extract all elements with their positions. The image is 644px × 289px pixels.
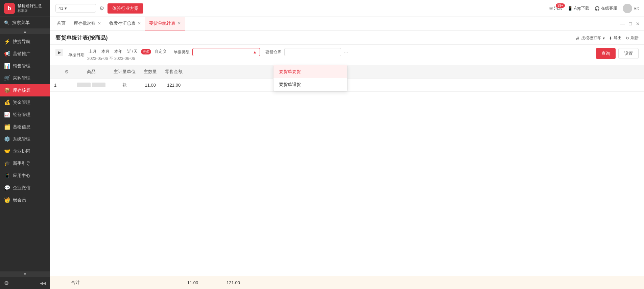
tab-receive-summary[interactable]: 收发存汇总表 ✕	[105, 17, 145, 30]
sidebar-item-label: 营销推广	[13, 51, 46, 57]
sidebar-bottom: ⚙ ◀◀	[0, 277, 50, 289]
filter-bar: ▶ 单据日期 上月 本月 本年 近7天 更多 自定义 2023-05-06	[50, 45, 644, 65]
filter-more-icon[interactable]: ···	[344, 49, 348, 55]
settings-bottom-icon[interactable]: ⚙	[4, 280, 9, 286]
chevron-down-icon: ▾	[65, 6, 67, 11]
sidebar-item-label: 销售管理	[13, 63, 46, 69]
sidebar-scroll-down[interactable]: ▼	[0, 271, 50, 277]
refresh-btn[interactable]: ↻ 刷新	[626, 35, 639, 41]
sidebar-item-label: 企业微信	[13, 185, 46, 191]
sidebar: b 畅捷通好生意 标准版 🔍 搜索菜单 ▲ ⚡ 快捷导航 📢 营销推广 📊 销售…	[0, 0, 50, 289]
date-filter-label: 单据日期	[68, 52, 85, 58]
date-more-badge[interactable]: 更多	[141, 49, 151, 54]
column-settings-icon[interactable]: ⚙	[65, 69, 69, 74]
date-btn-last-month[interactable]: 上月	[87, 48, 98, 55]
type-filter-arrow-icon: ▲	[253, 50, 257, 54]
filter-expand-btn[interactable]: ▶	[55, 49, 63, 56]
tabs-bar: 首页 库存批次账 ✕ 收发存汇总表 ✕ 要货单统计表 ✕ — □ ✕	[50, 17, 644, 30]
sidebar-item-quick-nav[interactable]: ⚡ 快捷导航	[0, 36, 50, 48]
sidebar-item-finance[interactable]: 💰 资金管理	[0, 96, 50, 109]
cell-amount: 121.00	[161, 79, 187, 92]
sidebar-item-basic[interactable]: 🗂️ 基础信息	[0, 121, 50, 133]
sidebar-item-system[interactable]: ⚙️ 系统管理	[0, 133, 50, 145]
sidebar-search[interactable]: 🔍 搜索菜单	[0, 17, 50, 29]
export-btn[interactable]: ⬇ 导出	[609, 35, 622, 41]
date-filter-group: 单据日期 上月 本月 本年 近7天 更多 自定义 2023-05-06 至 20…	[68, 48, 168, 62]
footer-total-label: 合计	[71, 280, 80, 285]
tab-maximize-btn[interactable]: □	[628, 20, 633, 28]
tab-home-label: 首页	[57, 20, 66, 26]
avatar	[623, 4, 632, 13]
trial-btn[interactable]: 体验行业方案	[108, 3, 143, 14]
topbar-settings-icon[interactable]: ⚙	[99, 5, 104, 12]
print-arrow-icon: ▾	[603, 36, 605, 41]
page-header: 要货单统计表(按商品) 🖨 按模板打印 ▾ ⬇ 导出 ↻ 刷新	[50, 30, 644, 45]
warehouse-filter-input[interactable]	[284, 48, 341, 56]
online-service-label: 在线客服	[601, 5, 617, 11]
sidebar-item-inventory[interactable]: 📦 库存核算	[0, 84, 50, 96]
user-avatar-btn[interactable]: Rit	[623, 4, 639, 13]
app-download-btn[interactable]: 📱 App下载	[568, 5, 589, 11]
cooperation-icon: 🤝	[4, 148, 10, 154]
inventory-icon: 📦	[4, 87, 10, 93]
tab-inventory-batch[interactable]: 库存批次账 ✕	[70, 17, 105, 30]
sidebar-item-sales[interactable]: 📊 销售管理	[0, 60, 50, 72]
tab-receive-summary-close[interactable]: ✕	[138, 21, 141, 26]
product-placeholder-1	[77, 83, 91, 87]
sidebar-item-label: 基础信息	[13, 124, 46, 130]
dropdown-item-purchase-order[interactable]: 要货单要货	[273, 65, 347, 78]
tab-close-all-btn[interactable]: ✕	[635, 20, 641, 28]
type-dropdown: 要货单要货 要货单退货	[273, 65, 348, 91]
content-area: 要货单统计表(按商品) 🖨 按模板打印 ▾ ⬇ 导出 ↻ 刷新	[50, 30, 644, 289]
sidebar-scroll-up[interactable]: ▲	[0, 29, 50, 34]
dropdown-item-purchase-return[interactable]: 要货单退货	[273, 78, 347, 91]
sidebar-item-member[interactable]: 👑 畅会员	[0, 194, 50, 206]
quick-nav-icon: ⚡	[4, 39, 10, 45]
message-btn[interactable]: ✉ 消息 99+	[549, 5, 562, 11]
date-btn-this-year[interactable]: 本年	[113, 48, 124, 55]
filter-settings-btn[interactable]: 设置	[618, 48, 639, 59]
company-selector[interactable]: 41 ▾	[55, 4, 96, 13]
print-icon: 🖨	[576, 36, 580, 41]
refresh-icon: ↻	[626, 36, 629, 41]
date-btn-this-month[interactable]: 本月	[100, 48, 111, 55]
tab-request-summary-close[interactable]: ✕	[177, 21, 181, 26]
sidebar-logo: b 畅捷通好生意 标准版	[0, 0, 50, 17]
sidebar-item-purchase[interactable]: 🛒 采购管理	[0, 72, 50, 84]
tab-request-summary[interactable]: 要货单统计表 ✕	[145, 17, 185, 30]
cell-quantity: 11.00	[140, 79, 161, 92]
sidebar-item-cooperation[interactable]: 🤝 企业协同	[0, 145, 50, 157]
date-range-display: 2023-05-06 至 2023-06-06	[87, 56, 168, 62]
sidebar-item-guide[interactable]: 🎓 新手引导	[0, 157, 50, 170]
sidebar-item-marketing[interactable]: 📢 营销推广	[0, 48, 50, 60]
operation-icon: 📈	[4, 112, 10, 118]
table-wrapper: ⚙ 商品 主计量单位 主数量 零售金额 1	[50, 65, 644, 276]
member-icon: 👑	[4, 197, 10, 203]
sidebar-item-operation[interactable]: 📈 经营管理	[0, 109, 50, 121]
sidebar-item-wechat[interactable]: 💬 企业微信	[0, 182, 50, 194]
date-btn-7days[interactable]: 近7天	[126, 48, 139, 55]
date-btn-custom[interactable]: 自定义	[153, 48, 168, 55]
col-header-settings[interactable]: ⚙	[61, 65, 73, 79]
query-btn[interactable]: 查询	[596, 48, 616, 59]
sidebar-collapse-btn[interactable]: ◀◀	[40, 281, 46, 286]
col-header-unit: 主计量单位	[110, 65, 140, 79]
sidebar-item-appstore[interactable]: 📱 应用中心	[0, 170, 50, 182]
col-header-amount: 零售金额	[161, 65, 187, 79]
finance-icon: 💰	[4, 99, 10, 106]
topbar-right: ✉ 消息 99+ 📱 App下载 🎧 在线客服 Rit	[549, 4, 639, 13]
sidebar-item-label: 快捷导航	[13, 39, 46, 45]
online-service-btn[interactable]: 🎧 在线客服	[595, 5, 617, 11]
tab-request-summary-label: 要货单统计表	[149, 20, 175, 26]
page-actions: 🖨 按模板打印 ▾ ⬇ 导出 ↻ 刷新	[576, 35, 639, 41]
sidebar-item-label: 畅会员	[13, 197, 46, 203]
brand-name: 畅捷通好生意	[18, 3, 42, 9]
tab-home[interactable]: 首页	[53, 17, 70, 30]
cell-settings	[61, 79, 73, 92]
type-filter-select[interactable]: ▲	[192, 48, 260, 56]
tab-inventory-batch-close[interactable]: ✕	[98, 21, 101, 26]
filter-action-buttons: 查询 设置	[596, 48, 639, 59]
print-btn[interactable]: 🖨 按模板打印 ▾	[576, 35, 605, 41]
tab-minimize-btn[interactable]: —	[619, 20, 626, 28]
warehouse-filter-group: 要货仓库 ···	[265, 48, 348, 56]
